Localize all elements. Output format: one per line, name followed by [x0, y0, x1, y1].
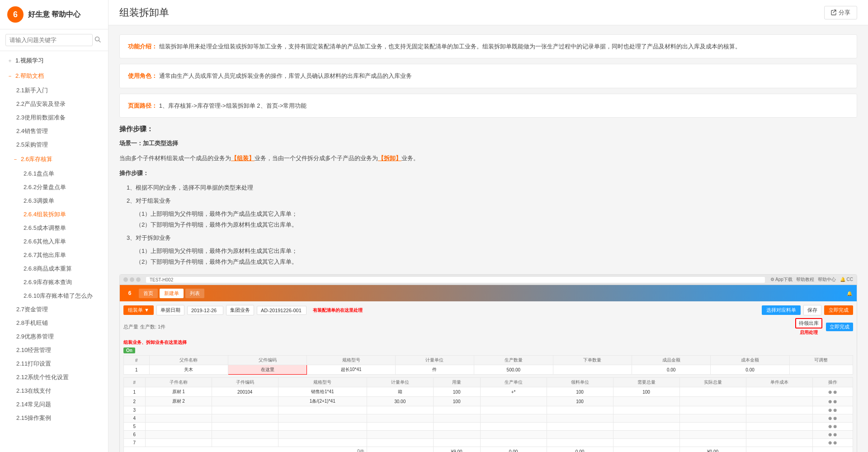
ss-inner-content: 组装单 ▼ 单据日期 2019-12-26 集团业务 AD-20191226-0… [120, 301, 857, 452]
sidebar-item-payment[interactable]: 2.13在线支付 [0, 384, 108, 398]
ss-th-produce-qty: 生产数量 [474, 356, 553, 365]
ss-app-header: 6 首页 新建单 列表 🔔 [120, 285, 857, 301]
ss-btn-save[interactable]: 保存 [803, 305, 821, 315]
step3-2: （2）下部明细为子件明细，最终作为产成品生成其它入库单。 [136, 257, 857, 268]
sidebar-item-data-prep[interactable]: 2.3使用前数据准备 [0, 111, 108, 124]
sidebar-item-265[interactable]: 2.6.5成本调整单 [0, 221, 108, 235]
sidebar-item-video-learning[interactable]: ＋ 1.视频学习 [0, 53, 108, 68]
sidebar-item-purchase[interactable]: 2.5采购管理 [0, 138, 108, 152]
ops-title: 操作步骤： [119, 125, 857, 133]
ss-table-children: # 子件名称 子件编码 规格型号 计量单位 用量 生产单位 领料单位 需要总量 … [123, 377, 853, 452]
ss-btn-type[interactable]: 组装单 ▼ [123, 305, 154, 315]
role-box: 使用角色： 通常由生产人员或库管人员完成拆装业务的操作，库管人员确认原材料的出库… [119, 64, 857, 88]
minus-icon-2: － [13, 156, 18, 163]
sidebar-item-mobile[interactable]: 2.8手机旺铺 [0, 316, 108, 330]
ss-form-row2: 总产量 生产数: 1件 待领出库 启用处理 立即完成 [123, 318, 853, 336]
sidebar-item-capital[interactable]: 2.7资金管理 [0, 303, 108, 316]
sidebar-item-262[interactable]: 2.6.2分量盘点单 [0, 181, 108, 194]
intro-box: 功能介绍： 组装拆卸单用来处理企业组装或拆卸等加工业务，支持有固定装配清单的产品… [119, 34, 857, 58]
ss-form-no-label: 集团业务 [226, 305, 254, 315]
ss-btn-submit[interactable]: 立即完成 [824, 305, 853, 315]
ss-th-adjustable: 可调整 [789, 356, 853, 365]
sidebar-item-263[interactable]: 2.6.3调拨单 [0, 194, 108, 208]
sidebar-item-beginner[interactable]: 2.1新手入门 [0, 84, 108, 97]
nav-icons: ⚙ App下载 帮助教程 帮助中心 🔔 CC [770, 276, 853, 283]
step2-1: （1）上部明细为父件明细，最终作为产成品生成其它入库单； [136, 209, 857, 220]
ss-input-cell-red[interactable]: 在这里 [228, 365, 307, 375]
ss-form-no-value: AD-20191226-001 [257, 306, 307, 315]
sidebar-item-cases[interactable]: 2.15操作案例 [0, 411, 108, 425]
step2-2: （2）下部明细为子件明细，最终作为原材料生成其它出库单。 [136, 219, 857, 231]
step2: 2、对于组装业务 [127, 195, 857, 207]
table-row: 2原材 21条/(2+1)*4130.00100100⊕ ⊗ [124, 397, 853, 406]
window-dot-3 [136, 277, 141, 282]
ss-select-material-input[interactable]: 待领出库 [795, 318, 822, 328]
role-text: 通常由生产人员或库管人员完成拆装业务的操作，库管人员确认原材料的出库和产成品的入… [159, 72, 412, 79]
sidebar-item-install[interactable]: 2.2产品安装及登录 [0, 97, 108, 111]
ss-app-logo: 6 [124, 288, 135, 299]
sidebar-item-faq[interactable]: 2.14常见问题 [0, 398, 108, 411]
scene1-title: 场景一：加工类型选择 [119, 138, 857, 149]
sidebar-item-coupon[interactable]: 2.9优惠券管理 [0, 330, 108, 343]
sidebar-item-268[interactable]: 2.6.8商品成本重算 [0, 262, 108, 276]
sidebar-item-261[interactable]: 2.6.1盘点单 [0, 167, 108, 181]
window-chrome: TEST-H002 ⚙ App下载 帮助教程 帮助中心 🔔 CC [120, 275, 857, 285]
sidebar-item-264[interactable]: 2.6.4组装拆卸单 [0, 208, 108, 221]
sidebar-item-customization[interactable]: 2.12系统个性化设置 [0, 371, 108, 384]
address-bar: TEST-H002 [146, 277, 765, 283]
ss-table-parent: # 父件名称 父件编码 规格型号 计量单位 生产数量 下单数量 成品金额 成本金… [123, 355, 853, 375]
sidebar-item-266[interactable]: 2.6.6其他入库单 [0, 235, 108, 248]
annotation-label-1: 有装配清单的在这里处理 [313, 307, 363, 314]
app-name: 好生意 帮助中心 [28, 10, 80, 19]
ss-qty-sub: 生产数: 1件 [140, 324, 165, 330]
ss-btn-select[interactable]: 选择对应料单 [762, 305, 801, 315]
sidebar-item-269[interactable]: 2.6.9库存账本查询 [0, 276, 108, 289]
scene1-desc: 当由多个子件材料组装成一个成品的业务为【组装】业务，当由一个父件拆分成多个子产品… [119, 153, 857, 164]
role-label: 使用角色： [128, 72, 157, 79]
intro-text: 组装拆卸单用来处理企业组装或拆卸等加工业务，支持有固定装配清单的产品加工业务，也… [159, 43, 741, 50]
sidebar-item-operations[interactable]: 2.10经营管理 [0, 343, 108, 357]
steps-subtitle: 操作步骤： [119, 168, 857, 179]
nav-section: ＋ 1.视频学习 － 2.帮助文档 2.1新手入门 2.2产品安装及登录 2.3… [0, 51, 108, 427]
sidebar-item-print[interactable]: 2.11打印设置 [0, 357, 108, 371]
table-row: 1原材 1200104销售给1*41箱100+*100100⊕ ⊗ [124, 387, 853, 397]
ss-th-spec: 规格型号 [307, 356, 395, 365]
intro-label: 功能介绍： [128, 43, 157, 50]
ss-th-product-amount: 成品金额 [632, 356, 710, 365]
svg-line-1 [99, 41, 101, 43]
on-badge: On [123, 347, 135, 353]
path-text: 1、库存核算->库存管理->组装拆卸单 2、首页->常用功能 [159, 102, 307, 109]
search-input[interactable] [5, 34, 93, 46]
step3-1: （1）上部明细为父件明细，最终作为原材料生成其它出库单； [136, 246, 857, 257]
table-row: 4⊕ ⊗ [124, 414, 853, 423]
search-button[interactable] [93, 34, 103, 46]
table-row: 5⊕ ⊗ [124, 423, 853, 431]
search-area [0, 29, 108, 51]
ss-th-cost-amount: 成本金额 [711, 356, 789, 365]
ss-confirm-btn[interactable]: 立即完成 [826, 323, 853, 331]
page-title: 组装拆卸单 [119, 6, 169, 19]
ss-toolbar: 组装单 ▼ 单据日期 2019-12-26 集团业务 AD-20191226-0… [123, 305, 853, 315]
window-dot-2 [130, 277, 134, 282]
table-row: 1 关木 在这里 超长10*41 件 500.00 0.00 0.00 [124, 365, 853, 375]
ss-form-date-label: 单据日期 [156, 305, 184, 315]
plus-icon: ＋ [7, 57, 13, 65]
ss-qty-label: 总产量 [123, 324, 138, 330]
content-area: 功能介绍： 组装拆卸单用来处理企业组装或拆卸等加工业务，支持有固定装配清单的产品… [108, 25, 868, 452]
sidebar-item-sales[interactable]: 2.4销售管理 [0, 124, 108, 138]
table-row: 7⊕ ⊗ [124, 439, 853, 447]
app-logo-icon: 6 [7, 6, 24, 23]
window-dot-1 [123, 277, 128, 282]
share-button[interactable]: 分享 [824, 6, 857, 19]
ops-section: 操作步骤： 场景一：加工类型选择 当由多个子件材料组装成一个成品的业务为【组装】… [119, 125, 857, 452]
sidebar-item-inventory[interactable]: － 2.6库存核算 [0, 152, 108, 167]
minus-icon: － [7, 72, 13, 80]
path-label: 页面路径： [128, 102, 157, 109]
sidebar: 6 好生意 帮助中心 ＋ 1.视频学习 － 2.帮助文档 2.1新手入门 2.2… [0, 0, 108, 452]
ss-footer-row: 0件 ¥9.00 0.00 0.00 ¥0.00 [124, 447, 853, 452]
ss-nav-area: 首页 新建单 列表 [139, 289, 204, 298]
sidebar-item-2610[interactable]: 2.6.10库存账本错了怎么办 [0, 289, 108, 303]
sidebar-item-267[interactable]: 2.6.7其他出库单 [0, 248, 108, 262]
sidebar-item-help-docs[interactable]: － 2.帮助文档 [0, 68, 108, 84]
ss-th-parent-name: 父件名称 [149, 356, 228, 365]
